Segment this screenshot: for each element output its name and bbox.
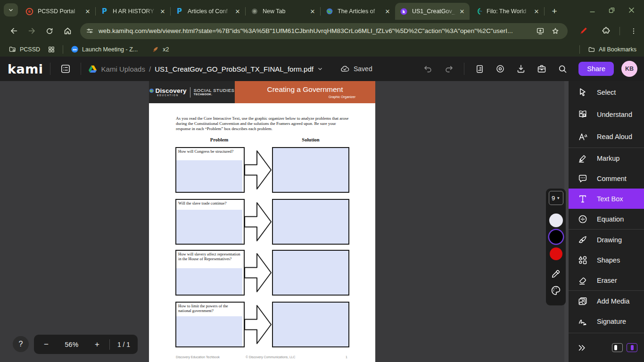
download-button[interactable] <box>512 60 529 77</box>
tab-filo[interactable]: filo Filo: The World ✕ <box>470 3 544 20</box>
problem-answer-field[interactable] <box>176 210 242 244</box>
tab-the-articles-of[interactable]: The Articles of ✕ <box>321 3 395 20</box>
bookmark-x2[interactable]: x2 <box>148 44 173 55</box>
zoom-in-button[interactable]: + <box>85 340 109 349</box>
sidebar-item-shapes[interactable]: Shapes <box>569 250 644 270</box>
sidebar-item-understand[interactable]: Understand <box>569 103 644 125</box>
tab-h-ar-history[interactable]: P H AR HISTORY ✕ <box>96 3 170 20</box>
close-tab-icon[interactable]: ✕ <box>533 8 540 15</box>
file-name[interactable]: US1_CreatGov_GO_ProbSol_TX_FINAL_form.pd… <box>155 65 314 73</box>
sidebar-item-select[interactable]: Select <box>569 81 644 103</box>
forward-button[interactable] <box>23 23 41 39</box>
bookmark-label: Launch Meeting - Z... <box>82 46 138 53</box>
close-tab-icon[interactable]: ✕ <box>309 8 316 15</box>
feather-icon <box>152 46 159 53</box>
color-swatch-black-selected[interactable] <box>549 230 563 244</box>
browser-tab-strip: PCSSD Portal ✕ P H AR HISTORY ✕ P Articl… <box>0 0 644 20</box>
chevron-down-icon <box>8 7 14 13</box>
tab-articles-of-conf[interactable]: P Articles of Conf ✕ <box>171 3 245 20</box>
search-button[interactable] <box>554 60 571 77</box>
bookmark-pcssd-folder[interactable]: PCSSD <box>5 44 44 55</box>
bookmark-star-button[interactable] <box>548 23 563 39</box>
view-options-button[interactable] <box>492 60 509 77</box>
sidebar-item-eraser[interactable]: Eraser <box>569 270 644 290</box>
close-tab-icon[interactable]: ✕ <box>84 8 91 15</box>
close-tab-icon[interactable]: ✕ <box>458 8 466 15</box>
pdf-intro-paragraph: As you read the Core Interactive Text, u… <box>176 116 351 132</box>
problem-answer-field[interactable] <box>176 268 242 295</box>
bookmark-zoom-meeting[interactable]: zm Launch Meeting - Z... <box>67 44 141 55</box>
install-app-button[interactable] <box>533 23 548 39</box>
problem-box[interactable]: How to limit the powers of the national … <box>175 302 245 347</box>
marker-extension-button[interactable] <box>574 23 592 39</box>
toolbar-divider <box>81 63 81 75</box>
site-settings-icon[interactable] <box>86 27 94 35</box>
zoom-level[interactable]: 56% <box>58 341 85 348</box>
bookmark-label: x2 <box>163 46 169 53</box>
tab-pcssd-portal[interactable]: PCSSD Portal ✕ <box>21 3 95 20</box>
layout-toggle-right-panel-active[interactable] <box>627 343 637 352</box>
back-button[interactable] <box>5 23 23 39</box>
window-restore-icon[interactable] <box>608 7 615 14</box>
pages-button[interactable] <box>471 60 488 77</box>
avatar[interactable]: KB <box>621 61 637 77</box>
solution-answer-field[interactable] <box>272 147 349 193</box>
sidebar-item-drawing[interactable]: Drawing <box>569 230 644 250</box>
all-bookmarks-button[interactable]: All Bookmarks <box>576 44 640 55</box>
zoom-out-button[interactable]: − <box>34 340 58 349</box>
sidebar-item-markup[interactable]: Markup <box>569 148 644 168</box>
tab-new-tab[interactable]: New Tab ✕ <box>246 3 320 20</box>
sidebar-item-text-box-active[interactable]: Text Box <box>569 189 644 209</box>
tab-us1-creatgov-active[interactable]: k US1_CreatGov_ ✕ <box>395 3 470 20</box>
sidebar-item-label: Comment <box>597 175 627 182</box>
redo-button[interactable] <box>440 60 457 77</box>
undo-button[interactable] <box>420 60 437 77</box>
problem-answer-field[interactable] <box>176 316 242 346</box>
color-swatch-white[interactable] <box>549 214 563 227</box>
home-button[interactable] <box>58 23 76 39</box>
color-swatch-red[interactable] <box>550 247 562 260</box>
window-minimize-icon[interactable] <box>589 7 596 14</box>
sidebar-item-signature[interactable]: Signature <box>569 311 644 331</box>
page-indicator[interactable]: 1 / 1 <box>110 341 138 348</box>
problem-box[interactable]: How will Congress be structured? <box>175 147 245 193</box>
problem-box[interactable]: How will slavery affect representation i… <box>175 250 245 296</box>
reload-button[interactable] <box>41 23 58 39</box>
undo-icon <box>423 64 433 74</box>
help-button[interactable]: ? <box>13 336 29 352</box>
browser-menu-button[interactable] <box>625 23 643 39</box>
sidebar-item-add-media[interactable]: Add Media <box>569 291 644 311</box>
sidebar-item-label: Text Box <box>597 195 623 203</box>
address-bar[interactable]: web.kamihq.com/web/viewer.html?state=%7B… <box>80 23 568 39</box>
color-palette-button[interactable] <box>550 285 561 296</box>
kami-menu-button[interactable] <box>57 60 74 77</box>
close-tab-icon[interactable]: ✕ <box>384 8 391 15</box>
bookmark-apps-grid[interactable] <box>44 44 59 55</box>
breadcrumb-folder[interactable]: Kami Uploads <box>101 65 145 73</box>
layout-toggle-left-panel[interactable] <box>612 343 623 352</box>
window-close-icon[interactable] <box>627 6 636 14</box>
sidebar-item-equation[interactable]: Equation <box>569 209 644 229</box>
back-arrow-icon <box>9 26 18 35</box>
new-tab-button[interactable]: + <box>548 5 561 17</box>
tab-search-button[interactable] <box>4 3 18 16</box>
column-header-problem: Problem <box>184 137 255 142</box>
share-button[interactable]: Share <box>578 62 614 76</box>
solution-answer-field[interactable] <box>272 199 349 245</box>
font-size-dropdown[interactable]: 9 ▼ <box>549 191 563 205</box>
close-tab-icon[interactable]: ✕ <box>234 8 241 15</box>
solution-answer-field[interactable] <box>272 250 349 296</box>
problem-answer-field[interactable] <box>176 160 242 192</box>
layout-toggles <box>612 343 637 352</box>
collapse-sidebar-icon[interactable] <box>577 343 586 353</box>
work-collect-button[interactable] <box>533 60 550 77</box>
chevron-down-icon[interactable] <box>317 66 323 72</box>
sidebar-item-comment[interactable]: Comment <box>569 168 644 189</box>
extensions-button[interactable] <box>597 23 615 39</box>
close-tab-icon[interactable]: ✕ <box>159 8 166 15</box>
problem-box[interactable]: Will the slave trade continue? <box>175 199 245 245</box>
sidebar-item-read-aloud[interactable]: Read Aloud <box>569 125 644 148</box>
eyedropper-button[interactable] <box>551 269 561 279</box>
solution-answer-field[interactable] <box>272 302 349 347</box>
url-text[interactable]: web.kamihq.com/web/viewer.html?state=%7B… <box>99 27 533 34</box>
